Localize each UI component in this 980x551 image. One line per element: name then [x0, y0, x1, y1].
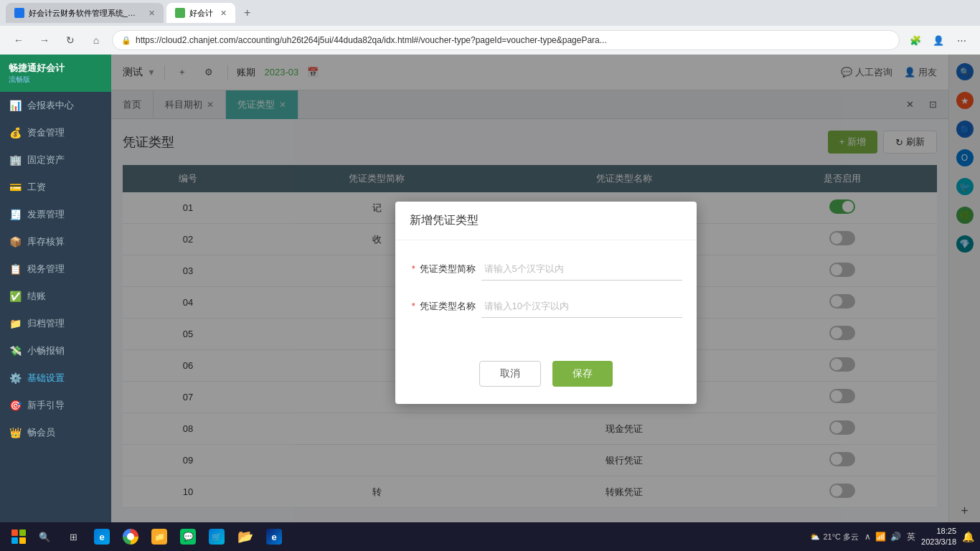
modal-body: * 凭证类型简称 * 凭证类型名称 — [395, 240, 697, 349]
settings-icon: ⚙️ — [9, 372, 22, 385]
clock-time: 18:25 — [921, 526, 956, 537]
tab2-label: 好会计 — [189, 8, 213, 19]
dashboard-icon: 📊 — [9, 99, 22, 112]
sidebar-item-label-expense: 小畅报销 — [27, 344, 65, 357]
browser-controls: ← → ↻ ⌂ 🔒 https://cloud2.chanjet.com/acc… — [0, 26, 980, 55]
modal-overlay: 新增凭证类型 * 凭证类型简称 * 凭证类型名称 取消 保存 — [111, 55, 980, 551]
sidebar-item-member[interactable]: 👑 畅会员 — [0, 419, 111, 446]
sidebar-item-label-payroll: 工资 — [27, 181, 46, 194]
taskbar-app-store[interactable]: 🛒 — [204, 524, 230, 550]
back-button[interactable]: ← — [9, 30, 29, 50]
taskbar-app-file[interactable]: 📁 — [146, 524, 172, 550]
taskbar-start-button[interactable] — [6, 524, 32, 550]
win-logo-sq2 — [19, 529, 26, 536]
sidebar-item-label-invoice: 发票管理 — [27, 208, 65, 221]
sidebar-item-settlement[interactable]: ✅ 结账 — [0, 283, 111, 310]
new-tab-button[interactable]: + — [238, 6, 256, 19]
inventory-icon: 📦 — [9, 235, 22, 248]
name-label: * 凭证类型名称 — [410, 300, 481, 313]
settlement-icon: ✅ — [9, 290, 22, 303]
sidebar-item-archive[interactable]: 📁 归档管理 — [0, 310, 111, 337]
tab1-close[interactable]: ✕ — [149, 9, 155, 18]
more-button[interactable]: ⋯ — [951, 30, 971, 50]
taskbar-right: ⛅ 21°C 多云 ∧ 📶 🔊 英 18:25 2023/3/18 🔔 — [810, 526, 974, 548]
sidebar-item-inventory[interactable]: 📦 库存核算 — [0, 228, 111, 255]
notification-button[interactable]: 🔔 — [962, 531, 974, 542]
logo-text: 畅捷通好会计 — [9, 62, 65, 75]
name-input[interactable] — [481, 295, 682, 318]
taskbar-app-edge2[interactable]: e — [261, 524, 287, 550]
profile-button[interactable]: 👤 — [928, 30, 948, 50]
taskbar-app-wechat[interactable]: 💬 — [175, 524, 201, 550]
extensions-button[interactable]: 🧩 — [905, 30, 925, 50]
chevron-up-icon[interactable]: ∧ — [864, 532, 871, 542]
modal-footer: 取消 保存 — [395, 349, 697, 404]
tab1-favicon — [14, 8, 24, 18]
new-voucher-type-modal: 新增凭证类型 * 凭证类型简称 * 凭证类型名称 取消 保存 — [395, 202, 697, 404]
sidebar-item-guide[interactable]: 🎯 新手引导 — [0, 392, 111, 419]
taskbar-system-icons: ∧ 📶 🔊 — [864, 532, 901, 542]
sidebar-item-label-tax: 税务管理 — [27, 263, 65, 276]
abbr-required-mark: * — [412, 263, 415, 274]
sidebar-item-label-settings: 基础设置 — [27, 372, 65, 385]
windows-logo — [11, 529, 26, 544]
modal-header: 新增凭证类型 — [395, 202, 697, 240]
sidebar-item-label-member: 畅会员 — [27, 426, 55, 439]
forward-button[interactable]: → — [34, 30, 55, 50]
tax-icon: 📋 — [9, 263, 22, 276]
lock-icon: 🔒 — [121, 36, 131, 45]
home-button[interactable]: ⌂ — [86, 30, 106, 50]
weather-icon: ⛅ — [810, 532, 820, 542]
name-form-row: * 凭证类型名称 — [410, 295, 682, 318]
browser-tab-1[interactable]: 好会计云财务软件管理系统_会计 ✕ — [6, 3, 164, 23]
taskbar-weather[interactable]: ⛅ 21°C 多云 — [810, 532, 859, 542]
invoice-icon: 🧾 — [9, 208, 22, 221]
sidebar-item-funds[interactable]: 💰 资金管理 — [0, 119, 111, 146]
browser-action-buttons: 🧩 👤 ⋯ — [905, 30, 971, 50]
assets-icon: 🏢 — [9, 154, 22, 166]
address-bar[interactable]: 🔒 https://cloud2.chanjet.com/accounting/… — [112, 30, 900, 50]
sidebar-item-label-assets: 固定资产 — [27, 154, 65, 166]
sidebar-item-label-guide: 新手引导 — [27, 399, 65, 412]
weather-text: 21°C 多云 — [823, 532, 859, 542]
refresh-button[interactable]: ↻ — [60, 30, 80, 50]
taskbar-app-explorer[interactable]: 📂 — [232, 524, 258, 550]
taskbar-apps: ⊞ e 📁 💬 🛒 📂 e — [60, 524, 287, 550]
browser-tab-2[interactable]: 好会计 ✕ — [166, 3, 235, 23]
member-icon: 👑 — [9, 426, 22, 439]
taskbar: 🔍 ⊞ e 📁 💬 🛒 📂 e ⛅ 21°C 多云 ∧ — [0, 522, 980, 551]
guide-icon: 🎯 — [9, 399, 22, 412]
sidebar-item-assets[interactable]: 🏢 固定资产 — [0, 146, 111, 174]
sidebar-item-label-settlement: 结账 — [27, 290, 46, 303]
taskbar-app-edge[interactable]: e — [89, 524, 115, 550]
taskbar-app-taskview[interactable]: ⊞ — [60, 524, 86, 550]
sidebar-item-payroll[interactable]: 💳 工资 — [0, 174, 111, 201]
name-required-mark: * — [412, 301, 415, 311]
sidebar-item-dashboard[interactable]: 📊 会报表中心 — [0, 92, 111, 119]
sidebar-scroll: 📊 会报表中心 💰 资金管理 🏢 固定资产 💳 工资 🧾 发票管理 📦 — [0, 92, 111, 525]
cancel-button[interactable]: 取消 — [479, 361, 541, 387]
taskbar-search-button[interactable]: 🔍 — [32, 524, 57, 550]
sidebar-item-invoice[interactable]: 🧾 发票管理 — [0, 201, 111, 228]
taskbar-app-chrome[interactable] — [118, 524, 143, 550]
sidebar-item-label-funds: 资金管理 — [27, 126, 65, 139]
funds-icon: 💰 — [9, 126, 22, 139]
tab2-favicon — [175, 8, 185, 18]
sidebar-item-tax[interactable]: 📋 税务管理 — [0, 255, 111, 283]
abbr-input[interactable] — [481, 258, 682, 281]
modal-title: 新增凭证类型 — [410, 214, 479, 226]
tab2-close[interactable]: ✕ — [220, 9, 227, 18]
save-button[interactable]: 保存 — [552, 361, 613, 387]
taskbar-clock[interactable]: 18:25 2023/3/18 — [921, 526, 956, 548]
win-logo-sq3 — [11, 537, 18, 544]
sidebar-logo[interactable]: 畅捷通好会计 流畅版 — [0, 55, 111, 92]
volume-icon[interactable]: 🔊 — [890, 532, 901, 542]
browser-tab-bar: 好会计云财务软件管理系统_会计 ✕ 好会计 ✕ + — [0, 0, 980, 26]
abbr-form-row: * 凭证类型简称 — [410, 258, 682, 281]
expense-icon: 💸 — [9, 344, 22, 357]
sidebar-item-label-archive: 归档管理 — [27, 317, 65, 330]
lang-indicator[interactable]: 英 — [907, 531, 915, 543]
sidebar-item-settings[interactable]: ⚙️ 基础设置 — [0, 364, 111, 392]
network-icon[interactable]: 📶 — [875, 532, 886, 542]
sidebar-item-expense[interactable]: 💸 小畅报销 — [0, 337, 111, 364]
